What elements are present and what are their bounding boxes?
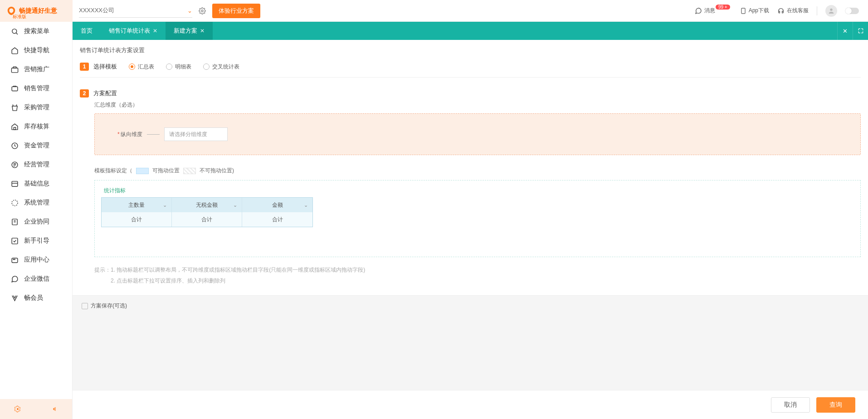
- app-download-link[interactable]: App下载: [740, 7, 769, 15]
- svg-point-4: [12, 29, 17, 33]
- svg-point-3: [830, 8, 832, 10]
- sidebar-icon: [11, 218, 19, 226]
- svg-point-0: [201, 10, 203, 12]
- messages-link[interactable]: 消息 99 +: [695, 7, 732, 15]
- metrics-caption: 统计指标: [101, 187, 854, 195]
- sidebar-icon: [11, 142, 19, 150]
- sidebar-item-13[interactable]: 企业微信: [0, 269, 72, 288]
- svg-rect-1: [741, 8, 745, 14]
- sidebar: 搜索菜单快捷导航营销推广销售管理采购管理库存核算资金管理经营管理基础信息系统管理…: [0, 22, 73, 419]
- sidebar-item-9[interactable]: 系统管理: [0, 193, 72, 212]
- step-number: 2: [80, 89, 89, 97]
- sidebar-item-label: 企业协同: [24, 218, 49, 226]
- settings-icon[interactable]: [14, 405, 21, 413]
- chat-icon: [695, 7, 702, 15]
- sidebar-item-label: 资金管理: [24, 141, 49, 150]
- metric-column-label: 无税金额: [196, 201, 218, 209]
- sidebar-icon: [11, 275, 19, 283]
- collapse-sidebar-icon[interactable]: [50, 406, 58, 412]
- sidebar-item-8[interactable]: 基础信息: [0, 174, 72, 193]
- tab-sales-stats[interactable]: 销售订单统计表 ✕: [101, 22, 166, 40]
- query-button[interactable]: 查询: [816, 397, 855, 413]
- sidebar-item-1[interactable]: 快捷导航: [0, 41, 72, 60]
- metric-column-header[interactable]: 无税金额⌄: [172, 198, 242, 212]
- tab-new-plan[interactable]: 新建方案 ✕: [166, 22, 213, 40]
- save-plan-row: 方案保存(可选): [73, 295, 868, 316]
- svg-line-5: [16, 33, 18, 34]
- close-icon[interactable]: ✕: [153, 28, 157, 34]
- radio-detail-label: 明细表: [175, 63, 191, 71]
- topbar-right: 消息 99 + App下载 在线客服: [695, 5, 868, 17]
- draggable-swatch: [136, 168, 149, 174]
- sidebar-icon: [11, 199, 19, 207]
- sidebar-item-2[interactable]: 营销推广: [0, 60, 72, 79]
- chevron-down-icon[interactable]: ⌄: [304, 202, 308, 208]
- metric-column-label: 主数量: [128, 201, 145, 209]
- radio-cross[interactable]: 交叉统计表: [203, 63, 239, 71]
- metric-total-cell: 合计: [102, 212, 172, 227]
- hint-2: 2. 点击标题栏下拉可设置排序、插入列和删除列: [111, 278, 225, 284]
- topbar: 畅捷通好生意 标准版 XXXXXX公司 ⌄ 体验行业方案 消息 99 +: [0, 0, 868, 22]
- sidebar-icon: [11, 256, 19, 264]
- tab-home[interactable]: 首页: [73, 22, 101, 40]
- avatar[interactable]: [825, 5, 837, 17]
- svg-point-13: [12, 200, 18, 206]
- chevron-down-icon[interactable]: ⌄: [163, 202, 167, 208]
- sidebar-item-label: 营销推广: [24, 65, 49, 73]
- sidebar-item-5[interactable]: 库存核算: [0, 117, 72, 136]
- sidebar-icon: [11, 104, 19, 112]
- cancel-button[interactable]: 取消: [771, 397, 810, 413]
- company-selector[interactable]: XXXXXX公司 ⌄: [79, 4, 192, 18]
- radio-detail[interactable]: 明细表: [166, 63, 191, 71]
- mobile-icon: [740, 7, 746, 15]
- sidebar-item-0[interactable]: 搜索菜单: [0, 22, 72, 41]
- sidebar-icon: [11, 161, 19, 169]
- close-all-tabs-icon[interactable]: ✕: [837, 22, 853, 40]
- sidebar-item-label: 快捷导航: [24, 46, 49, 54]
- sidebar-item-6[interactable]: 资金管理: [0, 136, 72, 155]
- sidebar-item-3[interactable]: 销售管理: [0, 79, 72, 98]
- hints-prefix: 提示：: [94, 267, 111, 273]
- step-number: 1: [80, 63, 89, 71]
- trial-button[interactable]: 体验行业方案: [212, 4, 260, 18]
- metric-column-header[interactable]: 金额⌄: [242, 198, 312, 212]
- fullscreen-icon[interactable]: [853, 22, 868, 40]
- sidebar-item-14[interactable]: 畅会员: [0, 288, 72, 307]
- save-plan-checkbox[interactable]: [82, 303, 88, 309]
- radio-summary[interactable]: 汇总表: [129, 63, 154, 71]
- step-plan-config: 2 方案配置: [80, 86, 861, 97]
- headset-icon: [777, 7, 785, 15]
- draggable-label: 可拖动位置: [152, 167, 180, 175]
- radio-summary-label: 汇总表: [138, 63, 154, 71]
- vertical-dimension-placeholder: 请选择分组维度: [169, 131, 207, 138]
- close-icon[interactable]: ✕: [200, 28, 205, 34]
- gear-icon[interactable]: [199, 7, 206, 15]
- sidebar-icon: [11, 237, 19, 245]
- theme-toggle[interactable]: [845, 8, 859, 14]
- sidebar-item-10[interactable]: 企业协同: [0, 212, 72, 231]
- sidebar-item-7[interactable]: 经营管理: [0, 155, 72, 174]
- sidebar-item-4[interactable]: 采购管理: [0, 98, 72, 117]
- radio-dot-icon: [129, 63, 135, 70]
- sidebar-item-label: 采购管理: [24, 103, 49, 112]
- sidebar-icon: [11, 180, 19, 188]
- dimension-panel: *纵向维度 请选择分组维度: [94, 113, 861, 155]
- sidebar-item-label: 库存核算: [24, 122, 49, 131]
- save-plan-label: 方案保存(可选): [91, 302, 127, 310]
- vertical-dimension-select[interactable]: 请选择分组维度: [164, 127, 228, 141]
- sidebar-item-11[interactable]: 新手引导: [0, 231, 72, 250]
- sidebar-item-12[interactable]: 应用中心: [0, 250, 72, 269]
- customer-service-link[interactable]: 在线客服: [777, 7, 809, 15]
- metrics-panel: 统计指标 主数量⌄无税金额⌄金额⌄ 合计合计合计: [94, 180, 861, 257]
- sidebar-item-label: 畅会员: [24, 294, 43, 302]
- connector-line: [147, 134, 160, 135]
- chevron-down-icon[interactable]: ⌄: [233, 202, 237, 208]
- svg-rect-11: [12, 181, 18, 186]
- step-title: 选择模板: [93, 63, 117, 71]
- metric-column-header[interactable]: 主数量⌄: [102, 198, 172, 212]
- sidebar-item-label: 企业微信: [24, 275, 49, 283]
- vertical-dimension-label: *纵向维度: [117, 131, 142, 138]
- indicator-legend-prefix: 模板指标设定（: [94, 167, 132, 175]
- messages-badge: 99 +: [716, 5, 730, 10]
- page-content: 销售订单统计表方案设置 1 选择模板 汇总表: [73, 40, 868, 419]
